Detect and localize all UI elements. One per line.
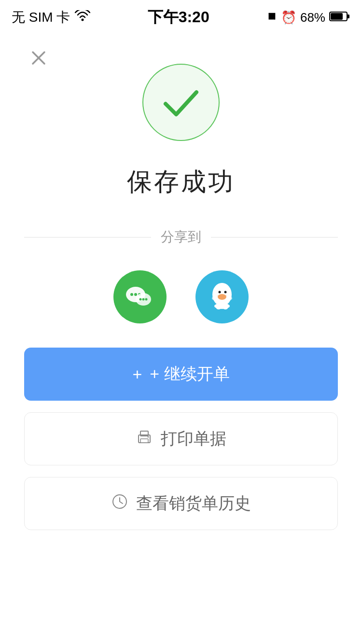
continue-button[interactable]: + + 继续开单 [24, 348, 338, 401]
continue-icon: + [132, 365, 142, 384]
svg-point-0 [82, 19, 84, 21]
history-label: 查看销货单历史 [136, 492, 251, 515]
status-right: ⏰ 68% [266, 10, 350, 25]
print-label: 打印单据 [161, 428, 226, 450]
svg-point-28 [223, 307, 228, 309]
share-section: 分享到 [0, 228, 362, 323]
svg-point-20 [219, 291, 221, 294]
svg-point-24 [226, 296, 232, 300]
svg-point-32 [148, 436, 149, 438]
location-icon [266, 10, 277, 25]
battery-percent: 68% [300, 10, 325, 25]
status-bar: 无 SIM 卡 下午3:20 ⏰ 68% [0, 0, 362, 35]
action-buttons: + + 继续开单 打印单据 查看销货单历 [0, 348, 362, 530]
print-button[interactable]: 打印单据 [24, 412, 338, 465]
share-divider: 分享到 [24, 228, 338, 246]
close-button[interactable] [24, 43, 53, 72]
history-icon [111, 493, 128, 514]
svg-point-13 [145, 298, 148, 301]
success-circle [142, 64, 220, 141]
status-time: 下午3:20 [148, 7, 209, 28]
svg-rect-31 [140, 439, 148, 443]
no-sim-text: 无 SIM 卡 [12, 8, 70, 27]
share-label: 分享到 [161, 228, 201, 246]
svg-point-27 [216, 307, 221, 309]
svg-point-8 [134, 293, 137, 296]
share-icons [24, 270, 338, 323]
svg-rect-2 [347, 14, 349, 18]
svg-point-11 [139, 298, 142, 301]
svg-point-23 [212, 296, 218, 300]
wifi-icon [75, 10, 90, 25]
print-icon [136, 428, 153, 449]
main-content: 保存成功 分享到 [0, 35, 362, 530]
svg-point-7 [130, 293, 133, 296]
svg-rect-3 [331, 13, 343, 20]
history-button[interactable]: 查看销货单历史 [24, 477, 338, 530]
svg-point-12 [142, 298, 145, 301]
alarm-icon: ⏰ [281, 10, 296, 25]
continue-label: + 继续开单 [150, 363, 229, 385]
success-title: 保存成功 [127, 165, 235, 199]
wechat-share-button[interactable] [113, 270, 167, 323]
svg-point-21 [224, 291, 227, 294]
status-left: 无 SIM 卡 [12, 8, 90, 27]
qq-share-button[interactable] [195, 270, 249, 323]
battery-icon [329, 10, 350, 25]
